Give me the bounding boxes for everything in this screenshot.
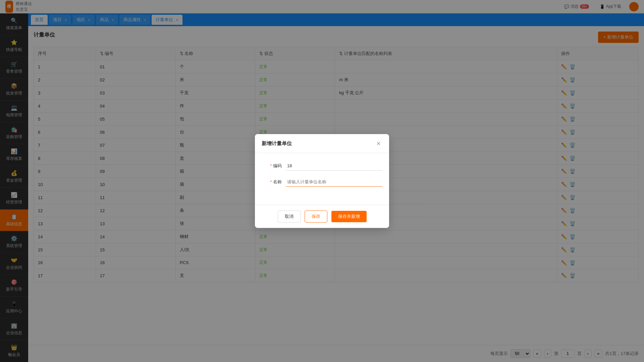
form-code-input[interactable] xyxy=(286,161,382,171)
form-code-label: 编码 xyxy=(262,163,282,169)
modal-close-button[interactable]: ✕ xyxy=(374,139,382,147)
modal-body: 编码 名称 xyxy=(255,153,389,205)
modal-save-button[interactable]: 保存 xyxy=(305,210,327,223)
modal-dialog: 新增计量单位 ✕ 编码 名称 取消 保存 保存并新增 xyxy=(255,134,389,228)
form-name-label: 名称 xyxy=(262,179,282,185)
form-item-code: 编码 xyxy=(262,161,382,171)
modal-header: 新增计量单位 ✕ xyxy=(255,134,389,153)
form-name-input[interactable] xyxy=(286,177,382,187)
modal-overlay: 新增计量单位 ✕ 编码 名称 取消 保存 保存并新增 xyxy=(0,0,644,362)
modal-cancel-button[interactable]: 取消 xyxy=(278,210,301,223)
modal-footer: 取消 保存 保存并新增 xyxy=(255,205,389,228)
modal-title: 新增计量单位 xyxy=(262,140,292,147)
form-item-name: 名称 xyxy=(262,177,382,187)
modal-save-new-button[interactable]: 保存并新增 xyxy=(331,211,367,222)
